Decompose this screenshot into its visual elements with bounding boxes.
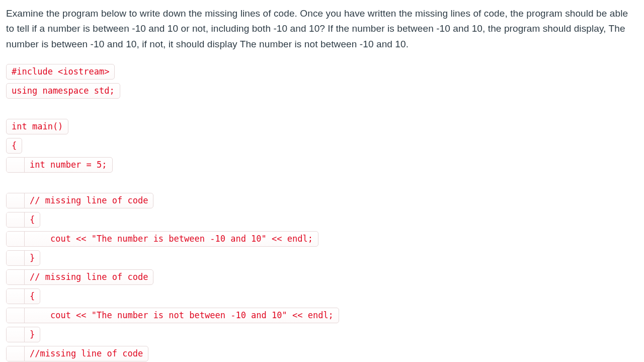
problem-instructions: Examine the program below to write down …: [6, 6, 638, 52]
code-text: int main(): [12, 120, 63, 133]
code-line: {: [6, 212, 40, 228]
indent-box: [7, 289, 25, 304]
code-text: {: [25, 288, 40, 304]
indent-box: [7, 232, 25, 246]
code-text: {: [25, 212, 40, 228]
code-line: }: [6, 327, 40, 342]
code-text: cout << "The number is not between -10 a…: [25, 308, 339, 323]
indent-box: [7, 327, 25, 342]
code-text: cout << "The number is between -10 and 1…: [25, 231, 318, 247]
code-text: }: [25, 327, 40, 342]
code-text: }: [25, 250, 40, 266]
indent-box: [7, 270, 25, 284]
code-text: {: [12, 139, 17, 153]
code-text: // missing line of code: [25, 193, 153, 208]
code-line: {: [6, 288, 40, 304]
code-line: cout << "The number is not between -10 a…: [6, 308, 339, 323]
code-text: //missing line of code: [25, 346, 148, 361]
code-block: #include <iostream> using namespace std;…: [6, 64, 638, 362]
code-line: cout << "The number is between -10 and 1…: [6, 231, 318, 247]
code-line: using namespace std;: [6, 83, 120, 99]
indent-box: [7, 308, 25, 323]
indent-box: [7, 158, 25, 172]
code-line: int number = 5;: [6, 157, 113, 173]
indent-box: [7, 193, 25, 208]
code-text: using namespace std;: [12, 84, 115, 98]
code-line: //missing line of code: [6, 346, 148, 361]
indent-box: [7, 251, 25, 265]
code-line: // missing line of code: [6, 269, 153, 285]
code-line: {: [6, 138, 22, 154]
indent-box: [7, 212, 25, 227]
code-text: int number = 5;: [25, 157, 112, 173]
code-line: // missing line of code: [6, 193, 153, 208]
indent-box: [7, 346, 25, 361]
code-line: }: [6, 250, 40, 266]
code-text: // missing line of code: [25, 269, 153, 285]
code-text: #include <iostream>: [12, 65, 109, 79]
code-line: int main(): [6, 119, 68, 134]
code-line: #include <iostream>: [6, 64, 115, 80]
